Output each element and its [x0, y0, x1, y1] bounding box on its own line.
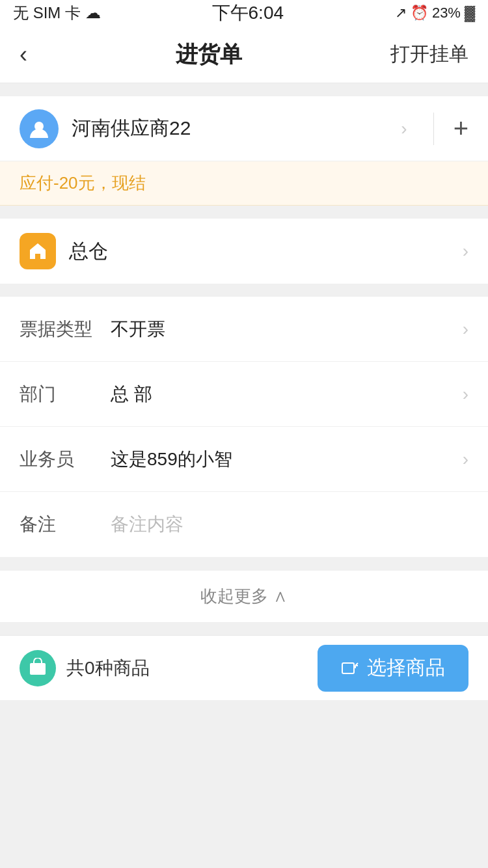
gray-fill	[0, 700, 488, 856]
location-icon: ↗	[395, 5, 407, 21]
select-product-icon	[341, 659, 359, 677]
select-product-button[interactable]: 选择商品	[318, 645, 468, 692]
salesperson-chevron-icon: ›	[463, 449, 468, 470]
remark-label: 备注	[20, 512, 111, 537]
notice-bar: 应付-20元，现结	[0, 161, 488, 206]
collapse-bar[interactable]: 收起更多 ∧	[0, 570, 488, 622]
invoice-type-chevron-icon: ›	[463, 319, 468, 340]
back-button[interactable]: ‹	[20, 41, 27, 68]
warehouse-section[interactable]: 总仓 ›	[0, 219, 488, 284]
form-section: 票据类型 不开票 › 部门 总 部 › 业务员 这是859的小智 › 备注 备注…	[0, 297, 488, 557]
warehouse-icon	[20, 233, 56, 269]
svg-rect-2	[342, 663, 354, 673]
select-product-label: 选择商品	[367, 655, 445, 681]
supplier-section[interactable]: 河南供应商22 › +	[0, 96, 488, 161]
salesperson-label: 业务员	[20, 447, 111, 472]
department-value: 总 部	[111, 382, 463, 407]
sim-status: 无 SIM 卡 ☁	[13, 3, 101, 23]
page-title: 进货单	[176, 40, 242, 70]
warehouse-chevron-icon: ›	[463, 241, 468, 262]
warehouse-name: 总仓	[69, 238, 463, 265]
battery-level: 23%	[432, 5, 461, 21]
status-time: 下午6:04	[212, 1, 284, 25]
bottom-bar: 共0种商品 选择商品	[0, 635, 488, 700]
nav-bar: ‹ 进货单 打开挂单	[0, 26, 488, 83]
product-count: 共0种商品	[66, 656, 318, 681]
section-gap-1	[0, 83, 488, 96]
supplier-chevron-icon: ›	[401, 118, 407, 139]
section-gap-2	[0, 206, 488, 219]
alarm-icon: ⏰	[411, 5, 428, 21]
battery-icon: ▓	[465, 5, 475, 21]
add-supplier-button[interactable]: +	[454, 114, 468, 143]
invoice-type-row[interactable]: 票据类型 不开票 ›	[0, 297, 488, 362]
supplier-avatar	[20, 109, 59, 148]
supplier-name: 河南供应商22	[72, 115, 401, 142]
collapse-label: 收起更多 ∧	[200, 585, 287, 608]
supplier-divider	[433, 113, 434, 145]
product-icon	[20, 650, 56, 686]
notice-text: 应付-20元，现结	[20, 173, 146, 193]
salesperson-value: 这是859的小智	[111, 447, 463, 472]
remark-input[interactable]: 备注内容	[111, 512, 468, 537]
invoice-type-value: 不开票	[111, 317, 463, 342]
status-left: 无 SIM 卡 ☁	[13, 3, 101, 23]
salesperson-row[interactable]: 业务员 这是859的小智 ›	[0, 427, 488, 492]
status-right: ↗ ⏰ 23% ▓	[395, 5, 475, 21]
svg-rect-1	[30, 663, 46, 675]
department-label: 部门	[20, 382, 111, 407]
remark-row[interactable]: 备注 备注内容	[0, 492, 488, 557]
invoice-type-label: 票据类型	[20, 317, 111, 342]
open-pending-button[interactable]: 打开挂单	[390, 41, 468, 68]
department-row[interactable]: 部门 总 部 ›	[0, 362, 488, 427]
department-chevron-icon: ›	[463, 384, 468, 405]
status-bar: 无 SIM 卡 ☁ 下午6:04 ↗ ⏰ 23% ▓	[0, 0, 488, 26]
